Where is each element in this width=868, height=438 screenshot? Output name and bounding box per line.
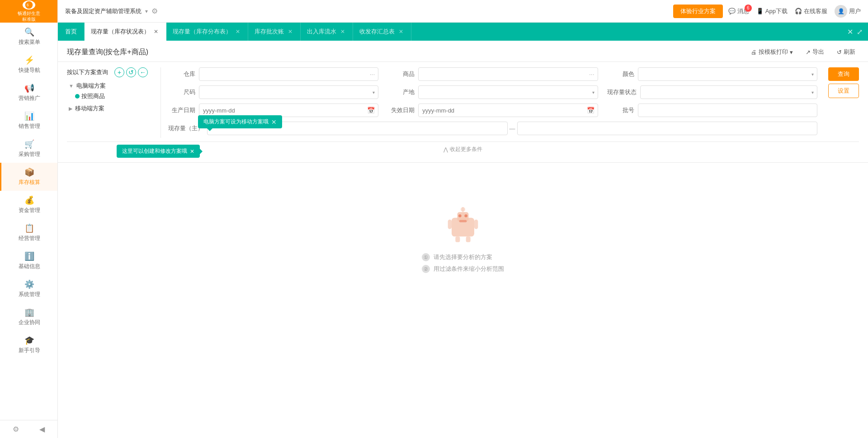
setting-btn[interactable]: 设置 (828, 84, 859, 98)
size-select[interactable] (199, 85, 378, 99)
action-buttons: 查询 设置 (828, 67, 859, 98)
filter-field-goods: 商品 ··· (387, 67, 598, 81)
tabbar-actions: ✕ ⤢ (842, 28, 868, 36)
collapse-sidebar-btn[interactable]: ◀ (39, 425, 45, 433)
scheme-desktop[interactable]: ▼ 电脑端方案 (69, 81, 153, 91)
sidebar-item-quicknav[interactable]: ⚡ 快捷导航 (0, 51, 57, 79)
tab-close-inventory-status[interactable]: ✕ (152, 28, 160, 35)
exp-date-input[interactable] (418, 104, 598, 117)
page-wrapper: 现存量查询(按仓库+商品) 🖨 按模板打印 ▾ ↗ 导出 ↺ 刷新 (58, 41, 868, 438)
trial-btn[interactable]: 体验行业方案 (673, 5, 723, 18)
sidebar-item-finance[interactable]: 💰 资金管理 (0, 191, 57, 219)
color-select[interactable] (638, 67, 817, 81)
tooltip1-text: 电脑方案可设为移动方案哦 (203, 118, 269, 126)
print-btn[interactable]: 🖨 按模板打印 ▾ (747, 46, 797, 58)
goods-dots-icon[interactable]: ··· (589, 71, 594, 78)
printer-icon: 🖨 (751, 49, 757, 56)
sidebar-item-sales[interactable]: 📊 销售管理 (0, 107, 57, 135)
tooltip1-close-icon[interactable]: ✕ (271, 118, 277, 126)
goods-input[interactable] (418, 67, 598, 81)
tab-receive-send[interactable]: 收发存汇总表 ✕ (353, 23, 411, 41)
sidebar-item-basicinfo[interactable]: ℹ️ 基础信息 (0, 247, 57, 275)
tooltip-desktop-scheme: 电脑方案可设为移动方案哦 ✕ (198, 115, 282, 128)
scheme-mobile[interactable]: ▶ 移动端方案 (69, 104, 153, 113)
warehouse-input[interactable] (199, 67, 378, 81)
scheme-by-goods-label: 按照商品 (81, 92, 105, 100)
expand-btn[interactable]: ⤢ (857, 28, 863, 36)
main-area: 装备及固定资产辅助管理系统 ▾ ⚙ 体验行业方案 💬 6 消息 📱 App下载 … (58, 0, 868, 438)
arrow-scheme-btn[interactable]: ← (138, 67, 148, 77)
add-scheme-btn[interactable]: + (114, 67, 124, 77)
tab-close-receive-send[interactable]: ✕ (397, 28, 405, 35)
batch-no-input[interactable] (638, 104, 817, 117)
online-support-btn[interactable]: 🎧 在线客服 (795, 7, 827, 15)
empty-step-2: ② 用过滤条件来缩小分析范围 (422, 265, 504, 273)
tab-home[interactable]: 首页 (58, 23, 85, 41)
scheme-by-goods[interactable]: 按照商品 (75, 91, 153, 102)
print-arrow-icon: ▾ (790, 49, 793, 56)
tab-batch-accounts[interactable]: 库存批次账 ✕ (248, 23, 301, 41)
step-num-1: ① (422, 253, 430, 261)
sidebar-item-purchase[interactable]: 🛒 采购管理 (0, 135, 57, 163)
tabbar: 首页 现存量（库存状况表） ✕ 现存量（库存分布表） ✕ 库存批次账 ✕ 出入库… (58, 23, 868, 41)
sidebar-item-tutorial[interactable]: 🎓 新手引导 (0, 331, 57, 359)
goods-input-wrapper: ··· (418, 67, 598, 81)
settings-footer-btn[interactable]: ⚙ (13, 425, 19, 433)
warehouse-dots-icon[interactable]: ··· (370, 71, 375, 78)
tooltip-create-scheme: 这里可以创建和修改方案哦 ✕ (117, 145, 200, 158)
svg-rect-7 (448, 220, 452, 229)
building-icon: 🏢 (24, 307, 34, 317)
chart-icon: 📊 (24, 111, 34, 121)
filter-label: 按以下方案查询 (67, 68, 108, 76)
sidebar-item-inventory[interactable]: 📦 库存核算 (0, 163, 57, 191)
graduation-icon: 🎓 (24, 335, 34, 345)
filter-field-size: 尺码 ▾ (168, 85, 378, 99)
prod-date-calendar-icon[interactable]: 📅 (367, 107, 375, 114)
filter-field-color: 颜色 ▾ (607, 67, 817, 81)
tab-inventory-dist[interactable]: 现存量（库存分布表） ✕ (166, 23, 248, 41)
tab-inout-flow[interactable]: 出入库流水 ✕ (301, 23, 353, 41)
sidebar-nav: 🔍 搜索菜单 ⚡ 快捷导航 📢 营销推广 📊 销售管理 🛒 采购管理 📦 库存核… (0, 23, 57, 420)
refresh-scheme-btn[interactable]: ↺ (126, 67, 136, 77)
sidebar-item-marketing[interactable]: 📢 营销推广 (0, 79, 57, 107)
stock-main-to-input[interactable] (517, 122, 818, 135)
megaphone-icon: 📢 (24, 83, 34, 93)
app-download-btn[interactable]: 📱 App下载 (756, 7, 788, 15)
user-btn[interactable]: 👤 用户 (835, 5, 861, 18)
topbar-settings-icon[interactable]: ⚙ (151, 7, 158, 15)
sidebar-item-operation[interactable]: 📋 经营管理 (0, 219, 57, 247)
logo-icon: 6 (23, 0, 35, 9)
svg-rect-8 (474, 220, 478, 229)
avatar: 👤 (835, 5, 847, 18)
range-separator: — (509, 125, 515, 132)
export-btn[interactable]: ↗ 导出 (802, 46, 828, 58)
exp-date-calendar-icon[interactable]: 📅 (587, 107, 594, 114)
color-select-wrapper: ▾ (638, 67, 817, 81)
sidebar-item-system[interactable]: ⚙️ 系统管理 (0, 275, 57, 303)
svg-rect-10 (466, 236, 471, 242)
sidebar-item-search[interactable]: 🔍 搜索菜单 (0, 23, 57, 51)
info-icon: ℹ️ (24, 251, 34, 261)
sidebar-item-enterprise[interactable]: 🏢 企业协同 (0, 303, 57, 331)
cart-icon: 🛒 (24, 139, 34, 149)
close-all-tabs-btn[interactable]: ✕ (847, 28, 853, 36)
exp-date-wrapper: 📅 (418, 104, 598, 117)
box-icon: 📦 (24, 167, 34, 177)
tooltip2-close-icon[interactable]: ✕ (190, 148, 194, 155)
stock-main-range: — (207, 122, 817, 135)
page-actions: 🖨 按模板打印 ▾ ↗ 导出 ↺ 刷新 (747, 46, 859, 58)
tab-close-inventory-dist[interactable]: ✕ (234, 28, 241, 35)
system-dropdown-arrow[interactable]: ▾ (145, 8, 148, 14)
refresh-btn[interactable]: ↺ 刷新 (833, 46, 859, 58)
clipboard-icon: 📋 (24, 223, 34, 233)
svg-point-4 (458, 214, 462, 217)
stock-status-select[interactable] (640, 85, 817, 99)
tab-close-inout-flow[interactable]: ✕ (339, 28, 346, 35)
origin-select[interactable] (418, 85, 598, 99)
notification-btn[interactable]: 💬 6 消息 (728, 7, 749, 15)
tab-inventory-status[interactable]: 现存量（库存状况表） ✕ (85, 23, 166, 41)
svg-point-5 (464, 214, 467, 217)
search-btn[interactable]: 查询 (828, 67, 859, 81)
tab-close-batch-accounts[interactable]: ✕ (287, 28, 294, 35)
topbar-right: 💬 6 消息 📱 App下载 🎧 在线客服 👤 用户 (728, 5, 861, 18)
